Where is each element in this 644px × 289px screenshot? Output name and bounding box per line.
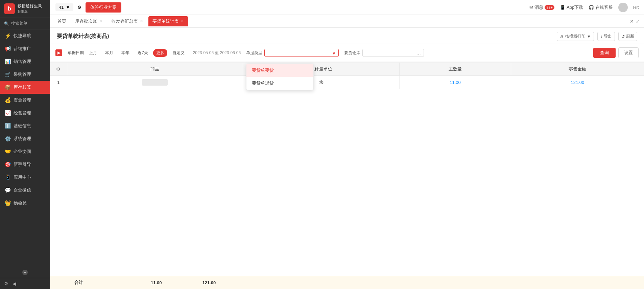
dropdown-item-return-goods[interactable]: 要货单退货	[246, 77, 313, 90]
sidebar-item-label: 营销推广	[14, 46, 31, 52]
sidebar-item-marketing[interactable]: 📢 营销推广	[0, 42, 50, 55]
cell-quantity: 11.00	[400, 76, 511, 89]
warehouse-filter-group: 要货仓库 …	[344, 49, 424, 57]
sidebar-item-label: 基础信息	[14, 123, 31, 129]
store-selector[interactable]: 41 ▼	[55, 3, 73, 11]
sidebar: b 畅捷通好生意 标准版 🔍 搜索菜单 ⚡ 快捷导航 📢 营销推广 📊 销售管理…	[0, 0, 50, 289]
sidebar-item-wechat[interactable]: 💬 企业微信	[0, 184, 50, 197]
sidebar-logo: b 畅捷通好生意 标准版	[0, 0, 50, 18]
sidebar-item-business[interactable]: 📈 经营管理	[0, 107, 50, 119]
sidebar-item-guide[interactable]: 🎯 新手引导	[0, 158, 50, 171]
sidebar-search[interactable]: 🔍 搜索菜单	[0, 18, 50, 29]
tab-receive-summary[interactable]: 收发存汇总表 ✕	[108, 16, 147, 26]
export-btn[interactable]: ↓ 导出	[597, 32, 615, 41]
th-product: 商品	[67, 63, 243, 76]
sidebar-item-system[interactable]: ⚙️ 系统管理	[0, 132, 50, 145]
finance-icon: 💰	[5, 97, 11, 103]
print-btn[interactable]: 🖨 按模板打印 ▼	[557, 32, 594, 41]
store-name: 41	[59, 5, 64, 10]
cell-product	[67, 76, 243, 89]
export-label: 导出	[604, 34, 612, 39]
table-body: 1 块 11.00 121.00	[50, 76, 644, 89]
tab-order-stats-close[interactable]: ✕	[181, 19, 184, 23]
headset-icon: 🎧	[589, 5, 594, 10]
sidebar-item-label: 采购管理	[14, 71, 31, 77]
sidebar-item-purchase[interactable]: 🛒 采购管理	[0, 68, 50, 81]
setting-btn[interactable]: 设置	[618, 47, 639, 58]
sidebar-item-finance[interactable]: 💰 资金管理	[0, 94, 50, 107]
page-header: 要货单统计表(按商品) 🖨 按模板打印 ▼ ↓ 导出 ↺ 刷新	[50, 28, 644, 44]
header-left: 41 ▼ ⚙ 体验行业方案	[55, 2, 121, 13]
industry-btn[interactable]: 体验行业方案	[86, 2, 121, 13]
sidebar-item-shortcut[interactable]: ⚡ 快捷导航	[0, 29, 50, 42]
date-btn-this-year[interactable]: 本年	[118, 49, 133, 57]
data-table: ⚙ 商品 主计量单位 主数量 零售金额	[50, 63, 644, 89]
refresh-icon: ↺	[621, 34, 625, 39]
tab-expand-icon[interactable]: ⤢	[636, 19, 640, 24]
tab-close-all-icon[interactable]: ✕	[630, 19, 634, 24]
settings-bottom-icon[interactable]: ⚙	[4, 281, 8, 286]
message-badge: 99+	[545, 5, 554, 10]
enterprise-icon: 🤝	[5, 149, 11, 155]
tab-inventory-batch[interactable]: 库存批次账 ✕	[71, 16, 106, 26]
sidebar-item-label: 资金管理	[14, 97, 31, 103]
search-label: 搜索菜单	[11, 21, 27, 26]
sidebar-item-vip[interactable]: 👑 畅会员	[0, 197, 50, 209]
date-btn-last-month[interactable]: 上月	[86, 49, 100, 57]
th-settings[interactable]: ⚙	[50, 63, 67, 76]
app-download-item[interactable]: 📱 App下载	[560, 4, 583, 10]
message-item[interactable]: ✉ 消息 99+	[529, 4, 554, 10]
query-btn[interactable]: 查询	[593, 48, 616, 58]
refresh-btn[interactable]: ↺ 刷新	[618, 32, 637, 41]
sidebar-item-sales[interactable]: 📊 销售管理	[0, 55, 50, 68]
tab-bar: 首页 库存批次账 ✕ 收发存汇总表 ✕ 要货单统计表 ✕ ✕ ⤢	[50, 15, 644, 28]
tab-inventory-batch-close[interactable]: ✕	[99, 19, 102, 23]
date-btn-this-month[interactable]: 本月	[102, 49, 116, 57]
cell-amount: 121.00	[511, 76, 644, 89]
system-icon: ⚙️	[5, 136, 11, 142]
sidebar-item-label: 企业微信	[14, 187, 31, 193]
tab-receive-summary-close[interactable]: ✕	[140, 19, 143, 23]
user-avatar[interactable]	[618, 3, 628, 12]
business-icon: 📈	[5, 110, 11, 116]
sidebar-item-label: 应用中心	[14, 174, 31, 180]
date-btn-more[interactable]: 更多	[153, 49, 167, 57]
dropdown-item-order-goods[interactable]: 要货单要货	[246, 64, 313, 77]
content-area: 要货单统计表(按商品) 🖨 按模板打印 ▼ ↓ 导出 ↺ 刷新 ▶	[50, 28, 644, 289]
tab-end-buttons: ✕ ⤢	[630, 19, 640, 24]
message-label: 消息	[534, 4, 543, 10]
sidebar-scroll-down[interactable]: ▼	[22, 270, 28, 275]
warehouse-filter-label: 要货仓库	[344, 50, 360, 56]
print-icon: 🖨	[560, 34, 564, 39]
table-settings-icon[interactable]: ⚙	[56, 66, 61, 72]
dropdown-item-return-goods-label: 要货单退货	[252, 81, 274, 86]
type-filter-clear-icon[interactable]: ∧	[332, 50, 336, 55]
type-filter-input-wrapper: ∧	[264, 49, 339, 57]
filter-expand-btn[interactable]: ▶	[55, 49, 62, 56]
header-right: ✉ 消息 99+ 📱 App下载 🎧 在线客服 Rit	[529, 3, 639, 12]
online-service-item[interactable]: 🎧 在线客服	[589, 4, 613, 10]
settings-icon[interactable]: ⚙	[77, 5, 81, 10]
wechat-icon: 💬	[5, 187, 11, 193]
sidebar-item-label: 快捷导航	[14, 33, 31, 39]
sidebar-item-apps[interactable]: 📱 应用中心	[0, 171, 50, 184]
tab-order-stats[interactable]: 要货单统计表 ✕	[148, 16, 188, 26]
type-filter-input[interactable]	[267, 50, 332, 55]
warehouse-more-icon[interactable]: …	[416, 50, 421, 55]
sidebar-item-info[interactable]: ℹ️ 基础信息	[0, 119, 50, 132]
product-placeholder	[142, 79, 168, 86]
sidebar-item-enterprise[interactable]: 🤝 企业协同	[0, 145, 50, 158]
collapse-icon[interactable]: ◀	[13, 281, 16, 286]
warehouse-filter-input[interactable]	[365, 50, 416, 55]
date-btn-7days[interactable]: 近7天	[135, 49, 151, 57]
tab-home[interactable]: 首页	[54, 16, 70, 26]
print-dropdown-icon: ▼	[587, 34, 591, 39]
main-area: 41 ▼ ⚙ 体验行业方案 ✉ 消息 99+ 📱 App下载 🎧 在线客服 Ri…	[50, 0, 644, 289]
type-dropdown: 要货单要货 要货单退货	[246, 64, 314, 90]
tab-inventory-batch-label: 库存批次账	[75, 18, 97, 24]
sidebar-item-inventory[interactable]: 📦 库存核算	[0, 81, 50, 94]
date-btn-custom[interactable]: 自定义	[169, 49, 188, 57]
sidebar-bottom: ⚙ ◀	[0, 278, 50, 289]
type-filter-group: 单据类型 ∧	[246, 49, 339, 57]
tab-home-label: 首页	[57, 18, 66, 24]
